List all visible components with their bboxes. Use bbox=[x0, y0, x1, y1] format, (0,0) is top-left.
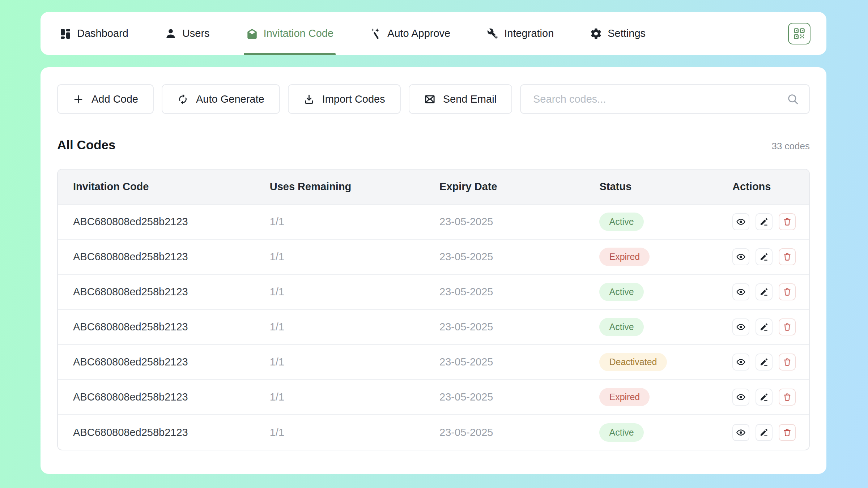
nav-label: Settings bbox=[608, 27, 646, 39]
code-cell: ABC680808ed258b2123 bbox=[58, 415, 270, 450]
nav-label: Auto Approve bbox=[387, 27, 450, 39]
actions-cell bbox=[732, 344, 809, 380]
edit-button[interactable] bbox=[756, 283, 773, 300]
nav-item-settings[interactable]: Settings bbox=[590, 12, 646, 55]
delete-button[interactable] bbox=[779, 318, 796, 335]
uses-cell: 1/1 bbox=[270, 344, 439, 380]
expiry-cell: 23-05-2025 bbox=[439, 239, 599, 274]
view-button[interactable] bbox=[732, 213, 749, 230]
uses-cell: 1/1 bbox=[270, 204, 439, 239]
expiry-cell: 23-05-2025 bbox=[439, 309, 599, 344]
status-cell: Expired bbox=[599, 380, 732, 415]
trash-icon bbox=[782, 252, 792, 262]
toolbar: Add Code Auto Generate Import Codes Send… bbox=[57, 84, 810, 114]
pencil-icon bbox=[759, 428, 769, 437]
search-icon[interactable] bbox=[787, 93, 799, 105]
trash-icon bbox=[782, 322, 792, 332]
view-button[interactable] bbox=[732, 424, 749, 441]
section-header: All Codes 33 codes bbox=[57, 138, 810, 152]
nav-item-users[interactable]: Users bbox=[165, 12, 210, 55]
delete-button[interactable] bbox=[779, 213, 796, 230]
view-button[interactable] bbox=[732, 248, 749, 265]
table-row: ABC680808ed258b2123 1/1 23-05-2025 Expir… bbox=[58, 239, 809, 274]
button-label: Send Email bbox=[443, 93, 497, 105]
top-nav: Dashboard Users Invitation Code Auto App… bbox=[41, 12, 826, 55]
view-button[interactable] bbox=[732, 389, 749, 406]
nav-item-integration[interactable]: Integration bbox=[486, 12, 554, 55]
edit-button[interactable] bbox=[756, 354, 773, 371]
expiry-cell: 23-05-2025 bbox=[439, 274, 599, 309]
codes-table: Invitation Code Uses Remaining Expiry Da… bbox=[57, 169, 810, 450]
uses-cell: 1/1 bbox=[270, 309, 439, 344]
pencil-icon bbox=[759, 287, 769, 297]
edit-button[interactable] bbox=[756, 389, 773, 406]
delete-button[interactable] bbox=[779, 248, 796, 265]
status-cell: Deactivated bbox=[599, 344, 732, 380]
uses-cell: 1/1 bbox=[270, 415, 439, 450]
code-cell: ABC680808ed258b2123 bbox=[58, 380, 270, 415]
view-button[interactable] bbox=[732, 354, 749, 371]
edit-button[interactable] bbox=[756, 318, 773, 335]
delete-button[interactable] bbox=[779, 354, 796, 371]
table-row: ABC680808ed258b2123 1/1 23-05-2025 Activ… bbox=[58, 274, 809, 309]
table-header-row: Invitation Code Uses Remaining Expiry Da… bbox=[58, 170, 809, 204]
import-codes-button[interactable]: Import Codes bbox=[288, 84, 401, 114]
actions-cell bbox=[732, 274, 809, 309]
button-label: Auto Generate bbox=[196, 93, 264, 105]
nav-label: Users bbox=[182, 27, 210, 39]
table-row: ABC680808ed258b2123 1/1 23-05-2025 Expir… bbox=[58, 380, 809, 415]
expiry-cell: 23-05-2025 bbox=[439, 204, 599, 239]
status-badge: Deactivated bbox=[599, 353, 667, 371]
send-email-button[interactable]: Send Email bbox=[409, 84, 512, 114]
trash-icon bbox=[782, 392, 792, 402]
codes-count: 33 codes bbox=[771, 141, 810, 152]
view-button[interactable] bbox=[732, 283, 749, 300]
auto-generate-button[interactable]: Auto Generate bbox=[162, 84, 280, 114]
status-cell: Active bbox=[599, 309, 732, 344]
eye-icon bbox=[736, 428, 746, 437]
email-icon bbox=[424, 94, 435, 105]
col-header-invitation-code: Invitation Code bbox=[58, 170, 270, 204]
delete-button[interactable] bbox=[779, 283, 796, 300]
edit-button[interactable] bbox=[756, 424, 773, 441]
magic-wand-icon bbox=[370, 27, 382, 40]
edit-button[interactable] bbox=[756, 248, 773, 265]
expiry-cell: 23-05-2025 bbox=[439, 380, 599, 415]
status-cell: Expired bbox=[599, 239, 732, 274]
status-badge: Expired bbox=[599, 388, 650, 406]
pencil-icon bbox=[759, 357, 769, 367]
actions-cell bbox=[732, 204, 809, 239]
status-cell: Active bbox=[599, 204, 732, 239]
search-input[interactable] bbox=[520, 84, 810, 114]
eye-icon bbox=[736, 357, 746, 367]
col-header-status: Status bbox=[599, 170, 732, 204]
table-row: ABC680808ed258b2123 1/1 23-05-2025 Activ… bbox=[58, 415, 809, 450]
actions-cell bbox=[732, 415, 809, 450]
qr-code-icon bbox=[793, 27, 806, 40]
button-label: Import Codes bbox=[322, 93, 385, 105]
expiry-cell: 23-05-2025 bbox=[439, 415, 599, 450]
trash-icon bbox=[782, 357, 792, 367]
nav-item-invitation-code[interactable]: Invitation Code bbox=[246, 12, 333, 55]
delete-button[interactable] bbox=[779, 389, 796, 406]
qr-code-button[interactable] bbox=[788, 23, 810, 44]
actions-cell bbox=[732, 239, 809, 274]
pencil-icon bbox=[759, 392, 769, 402]
view-button[interactable] bbox=[732, 318, 749, 335]
delete-button[interactable] bbox=[779, 424, 796, 441]
edit-button[interactable] bbox=[756, 213, 773, 230]
page-title: All Codes bbox=[57, 138, 115, 152]
table-row: ABC680808ed258b2123 1/1 23-05-2025 Activ… bbox=[58, 309, 809, 344]
add-code-button[interactable]: Add Code bbox=[57, 84, 154, 114]
dashboard-icon bbox=[59, 27, 72, 40]
nav-item-auto-approve[interactable]: Auto Approve bbox=[370, 12, 450, 55]
plus-icon bbox=[73, 94, 84, 105]
download-icon bbox=[303, 94, 315, 105]
table-row: ABC680808ed258b2123 1/1 23-05-2025 Activ… bbox=[58, 204, 809, 239]
col-header-uses-remaining: Uses Remaining bbox=[270, 170, 439, 204]
gear-icon bbox=[590, 27, 602, 40]
uses-cell: 1/1 bbox=[270, 380, 439, 415]
nav-item-dashboard[interactable]: Dashboard bbox=[59, 12, 128, 55]
envelope-open-icon bbox=[246, 27, 258, 40]
table-row: ABC680808ed258b2123 1/1 23-05-2025 Deact… bbox=[58, 344, 809, 380]
